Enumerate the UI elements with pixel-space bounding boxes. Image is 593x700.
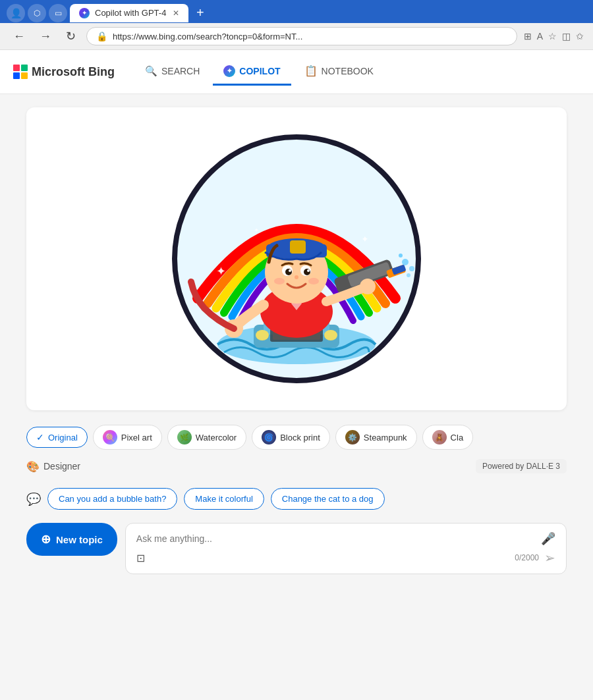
active-tab[interactable]: ✦ Copilot with GPT-4 ✕ [70,4,188,22]
pill-block-label: Block print [280,433,320,443]
svg-point-21 [295,275,298,279]
profile-icon[interactable]: 👤 [7,4,25,22]
address-text: https://www.bing.com/search?toncp=0&form… [113,32,507,41]
copilot-favicon: ✦ [79,8,90,18]
tab-grid-icon[interactable]: ⊞ [524,31,532,41]
style-pills: ✓ Original 🍭 Pixel art 🌿 Watercolor 🌀 Bl… [26,417,567,455]
pill-original-label: Original [48,433,78,443]
svg-point-33 [407,273,410,277]
svg-point-31 [409,266,414,271]
chip-bubble-bath[interactable]: Can you add a bubble bath? [47,488,177,510]
svg-point-30 [402,259,409,265]
read-aloud-icon[interactable]: A [537,31,543,41]
favorite-icon[interactable]: ☆ [548,31,557,41]
browser-window: 👤 ⬡ ▭ ✦ Copilot with GPT-4 ✕ + ← → ↻ 🔒 h… [0,0,593,591]
bing-logo-text: Microsoft Bing [32,65,115,79]
pill-block-thumb: 🌀 [262,430,276,444]
send-button[interactable]: ➢ [544,550,555,566]
pill-watercolor[interactable]: 🌿 Watercolor [167,425,246,450]
nav-search[interactable]: 🔍 SEARCH [134,59,210,86]
help-icon: 💬 [26,492,41,506]
svg-point-22 [274,278,285,284]
svg-point-17 [285,269,292,275]
input-bottom: ⊡ 0/2000 ➢ [136,550,555,566]
mic-icon[interactable]: 🎤 [541,531,555,546]
nav-copilot[interactable]: ✦ COPILOT [213,59,291,86]
image-card: ✦ ✦ ✦ [26,107,567,410]
pill-steampunk-label: Steampunk [364,433,407,443]
bing-nav: 🔍 SEARCH ✦ COPILOT 📋 NOTEBOOK [134,58,384,86]
logo-sq-green [21,65,28,71]
logo-squares [13,65,28,79]
chat-area: ✦ ✦ ✦ ✓ Original 🍭 Pixel art 🌿 [26,94,567,591]
new-tab-button[interactable]: + [191,3,210,23]
pill-clay[interactable]: 🧸 Cla [422,425,474,450]
svg-point-23 [308,278,319,284]
forward-button[interactable]: → [36,28,55,45]
message-input[interactable] [136,533,536,544]
main-content: ✦ ✦ ✦ ✓ Original 🍭 Pixel art 🌿 [0,94,593,591]
input-area: ⊕ New topic 🎤 ⊡ 0/2000 ➢ [26,516,567,585]
input-top: 🎤 [136,531,555,546]
pill-pixel-thumb: 🍭 [103,430,117,444]
notebook-icon: 📋 [304,65,318,77]
toolbar-icons: ⊞ A ☆ ◫ ✩ [524,31,584,41]
svg-point-29 [360,279,376,294]
pill-watercolor-label: Watercolor [196,433,237,443]
powered-badge: Powered by DALL·E 3 [476,459,567,473]
tab-bar: 👤 ⬡ ▭ ✦ Copilot with GPT-4 ✕ + [0,0,593,23]
svg-point-19 [289,269,291,272]
split-screen-icon[interactable]: ◫ [562,31,571,41]
logo-sq-blue [13,72,20,79]
chip-colorful[interactable]: Make it colorful [184,488,264,510]
address-bar-row: ← → ↻ 🔒 https://www.bing.com/search?tonc… [0,23,593,50]
chip-cat-to-dog[interactable]: Change the cat to a dog [271,488,385,510]
collections-icon2[interactable]: ✩ [576,31,584,41]
suggestion-chips: 💬 Can you add a bubble bath? Make it col… [26,481,567,516]
svg-point-32 [399,254,403,257]
logo-sq-red [13,65,20,71]
nav-copilot-label: COPILOT [239,66,280,76]
svg-point-20 [307,269,310,272]
pill-clay-thumb: 🧸 [432,430,447,444]
designer-icon: 🎨 [26,460,40,473]
svg-text:✦: ✦ [216,265,226,278]
generated-image: ✦ ✦ ✦ [158,121,435,397]
pill-original[interactable]: ✓ Original [26,427,88,448]
logo-sq-yellow [21,72,28,79]
designer-label: 🎨 Designer [26,460,80,473]
pill-block-print[interactable]: 🌀 Block print [252,425,330,450]
sidebar-icon[interactable]: ▭ [49,4,67,22]
char-count: 0/2000 [515,553,539,562]
svg-point-18 [304,269,310,275]
designer-row: 🎨 Designer Powered by DALL·E 3 [26,455,567,481]
pill-watercolor-thumb: 🌿 [177,430,192,444]
nav-notebook[interactable]: 📋 NOTEBOOK [294,58,384,86]
input-box: 🎤 ⊡ 0/2000 ➢ [125,523,567,574]
bing-header: Microsoft Bing 🔍 SEARCH ✦ COPILOT 📋 NOTE… [0,50,593,94]
back-button[interactable]: ← [9,28,29,45]
new-topic-icon: ⊕ [41,532,51,547]
svg-point-7 [256,330,269,340]
pill-steampunk[interactable]: ⚙️ Steampunk [335,425,417,450]
tab-close[interactable]: ✕ [173,9,179,18]
address-bar[interactable]: 🔒 https://www.bing.com/search?toncp=0&fo… [86,27,517,45]
nav-notebook-label: NOTEBOOK [322,66,374,76]
pill-steampunk-thumb: ⚙️ [345,430,360,444]
svg-point-8 [324,330,337,340]
designer-text: Designer [43,461,80,471]
svg-rect-14 [290,240,306,254]
image-upload-icon[interactable]: ⊡ [136,552,145,564]
bing-logo: Microsoft Bing [13,65,115,79]
search-icon: 🔍 [145,65,157,77]
collections-icon[interactable]: ⬡ [28,4,46,22]
new-topic-button[interactable]: ⊕ New topic [26,523,117,556]
refresh-button[interactable]: ↻ [62,28,80,45]
check-icon: ✓ [36,432,44,443]
pill-pixel-art[interactable]: 🍭 Pixel art [93,425,162,450]
svg-text:✦: ✦ [361,234,369,244]
pill-pixel-label: Pixel art [121,433,152,443]
illustration-svg: ✦ ✦ ✦ [158,121,435,397]
tab-label: Copilot with GPT-4 [95,8,166,18]
copilot-icon: ✦ [223,65,235,77]
